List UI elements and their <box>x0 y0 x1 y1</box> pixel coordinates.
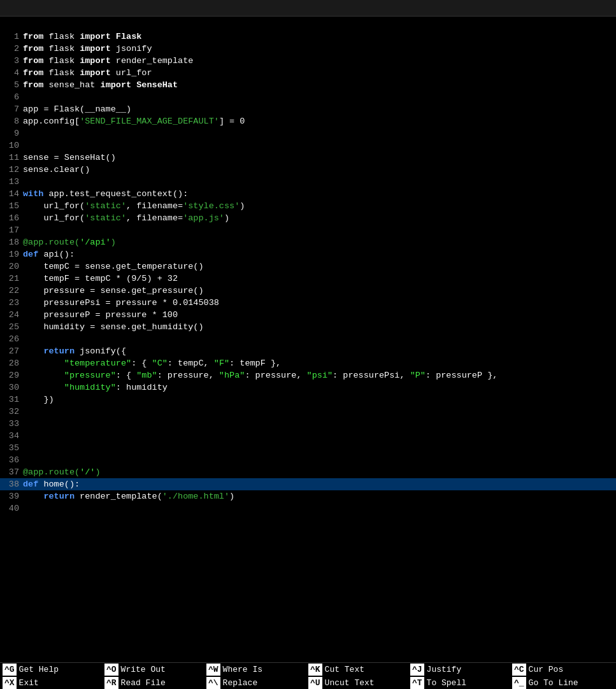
status-label: Get Help <box>19 664 59 676</box>
status-item: ^OWrite Out <box>102 663 204 676</box>
status-item: ^XExit <box>0 676 102 689</box>
status-item: ^GGet Help <box>0 663 102 676</box>
line-number: 37 <box>1 466 19 478</box>
status-label: Cur Pos <box>529 664 564 676</box>
line-content <box>23 176 616 188</box>
code-line-2: 2from flask import jsonify <box>0 43 616 55</box>
code-line-34: 34 <box>0 430 616 442</box>
code-line-12: 12sense.clear() <box>0 164 616 176</box>
code-line-1: 1from flask import Flask <box>0 31 616 43</box>
status-key: ^K <box>308 664 322 676</box>
line-number: 7 <box>1 103 19 115</box>
status-item: ^JJustify <box>408 663 510 676</box>
code-line-8: 8app.config['SEND_FILE_MAX_AGE_DEFAULT']… <box>0 115 616 127</box>
line-content: "humidity": humidity <box>23 381 616 394</box>
line-number: 18 <box>1 236 19 248</box>
code-line-25: 25 humidity = sense.get_humidity() <box>0 321 616 333</box>
line-number: 39 <box>1 490 19 502</box>
status-label: Justify <box>427 664 462 676</box>
code-line-35: 35 <box>0 442 616 454</box>
line-content <box>23 502 616 515</box>
code-line-33: 33 <box>0 418 616 430</box>
line-number: 36 <box>1 454 19 466</box>
line-number: 34 <box>1 430 19 442</box>
code-line-5: 5from sense_hat import SenseHat <box>0 79 616 91</box>
line-content <box>23 418 616 430</box>
code-line-9: 9 <box>0 127 616 139</box>
line-number: 4 <box>1 67 19 79</box>
status-item: ^\Replace <box>204 676 306 689</box>
line-number: 2 <box>1 43 19 55</box>
code-line-13: 13 <box>0 176 616 188</box>
line-number: 9 <box>1 127 19 139</box>
line-number: 8 <box>1 115 19 127</box>
code-line-6: 6 <box>0 91 616 103</box>
line-number: 16 <box>1 212 19 224</box>
status-item: ^UUncut Text <box>306 676 408 689</box>
line-number: 38 <box>1 478 19 490</box>
line-content: from flask import jsonify <box>23 43 616 55</box>
status-key: ^C <box>512 664 526 676</box>
line-content: pressure = sense.get_pressure() <box>23 285 616 297</box>
code-line-11: 11sense = SenseHat() <box>0 152 616 164</box>
line-number: 19 <box>1 248 19 260</box>
status-key: ^U <box>308 677 322 689</box>
line-content: from flask import url_for <box>23 67 616 79</box>
line-content <box>23 91 616 103</box>
code-line-32: 32 <box>0 406 616 418</box>
line-number: 12 <box>1 164 19 176</box>
code-line-24: 24 pressureP = pressure * 100 <box>0 309 616 321</box>
code-line-29: 29 "pressure": { "mb": pressure, "hPa": … <box>0 369 616 381</box>
status-key: ^T <box>410 677 424 689</box>
line-content: sense.clear() <box>23 164 616 176</box>
line-content: app.config['SEND_FILE_MAX_AGE_DEFAULT'] … <box>23 115 616 127</box>
line-content: humidity = sense.get_humidity() <box>23 321 616 333</box>
close-button[interactable] <box>601 3 611 13</box>
minimize-button[interactable] <box>573 3 583 13</box>
line-number: 6 <box>1 91 19 103</box>
status-label: Uncut Text <box>325 677 375 689</box>
code-line-3: 3from flask import render_template <box>0 55 616 67</box>
status-row-2: ^XExit^RRead File^\Replace^UUncut Text^T… <box>0 676 616 689</box>
line-number: 32 <box>1 406 19 418</box>
status-label: Read File <box>121 677 166 689</box>
status-item: ^WWhere Is <box>204 663 306 676</box>
line-content: tempC = sense.get_temperature() <box>23 260 616 273</box>
line-number: 10 <box>1 139 19 152</box>
line-content <box>23 139 616 152</box>
line-number: 14 <box>1 188 19 200</box>
status-label: Where Is <box>223 664 262 676</box>
line-content: @app.route('/api') <box>23 236 616 248</box>
status-item: ^TTo Spell <box>408 676 510 689</box>
status-key: ^O <box>104 664 118 676</box>
line-number: 26 <box>1 333 19 345</box>
line-number: 33 <box>1 418 19 430</box>
status-item: ^RRead File <box>102 676 204 689</box>
line-content: from sense_hat import SenseHat <box>23 79 616 91</box>
code-line-40: 40 <box>0 502 616 515</box>
line-content: with app.test_request_context(): <box>23 188 616 200</box>
line-number: 3 <box>1 55 19 67</box>
code-line-7: 7app = Flask(__name__) <box>0 103 616 115</box>
code-line-22: 22 pressure = sense.get_pressure() <box>0 285 616 297</box>
line-number: 24 <box>1 309 19 321</box>
status-label: Write Out <box>121 664 166 676</box>
code-line-16: 16 url_for('static', filename='app.js') <box>0 212 616 224</box>
code-editor[interactable]: 1from flask import Flask2from flask impo… <box>0 31 616 662</box>
code-line-28: 28 "temperature": { "C": tempC, "F": tem… <box>0 357 616 369</box>
line-content <box>23 127 616 139</box>
code-line-23: 23 pressurePsi = pressure * 0.0145038 <box>0 297 616 309</box>
title-bar <box>0 0 616 17</box>
status-bar: ^GGet Help^OWrite Out^WWhere Is^KCut Tex… <box>0 662 616 689</box>
line-number: 21 <box>1 273 19 285</box>
line-content <box>23 406 616 418</box>
status-label: Exit <box>19 677 39 689</box>
status-key: ^G <box>3 664 17 676</box>
status-item: ^KCut Text <box>306 663 408 676</box>
line-number: 31 <box>1 394 19 406</box>
status-item: ^_Go To Line <box>510 676 612 689</box>
code-line-10: 10 <box>0 139 616 152</box>
maximize-button[interactable] <box>587 3 597 13</box>
line-number: 28 <box>1 357 19 369</box>
code-line-20: 20 tempC = sense.get_temperature() <box>0 260 616 273</box>
